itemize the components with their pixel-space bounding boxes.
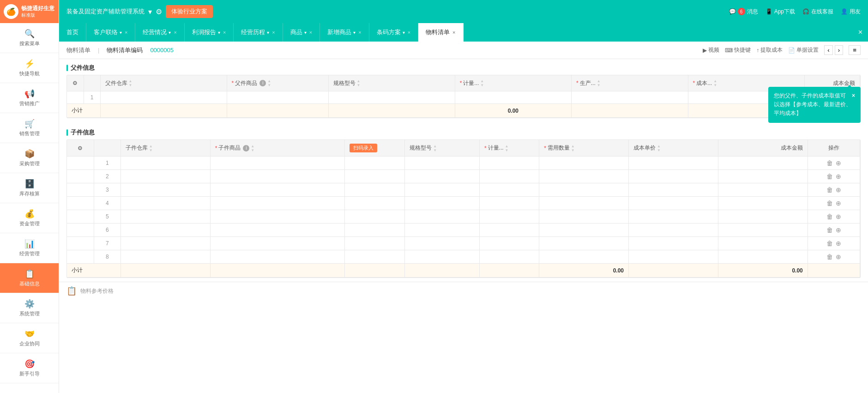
child-goods-cell[interactable] [210, 210, 344, 224]
online-service-action[interactable]: 🎧 在线客服 [802, 8, 833, 16]
child-qty-cell[interactable] [539, 170, 629, 183]
child-goods-cell[interactable] [210, 237, 344, 250]
sidebar-item-sales[interactable]: 🛒 销售管理 [0, 113, 59, 143]
tab-close-icon[interactable]: × [452, 30, 455, 35]
child-unit-cost-cell[interactable] [629, 170, 718, 183]
info-icon[interactable]: i [243, 145, 249, 151]
tab-bom[interactable]: 物料清单 × [418, 23, 463, 42]
parent-warehouse-cell[interactable] [100, 91, 227, 104]
child-warehouse-cell[interactable] [121, 157, 210, 170]
child-spec-cell[interactable] [405, 170, 480, 183]
child-unit-cost-cell[interactable] [629, 250, 718, 264]
sidebar-item-basic[interactable]: 📋 基础信息 [0, 263, 59, 293]
sidebar-item-enterprise[interactable]: 🤝 企业协同 [0, 323, 59, 353]
delete-icon[interactable]: 🗑 [826, 186, 833, 193]
child-warehouse-cell[interactable] [121, 183, 210, 197]
parent-production-cell[interactable] [572, 91, 688, 104]
child-goods-cell[interactable] [210, 197, 344, 210]
sidebar-item-inventory[interactable]: 🗄️ 库存核算 [0, 173, 59, 203]
child-spec-cell[interactable] [405, 224, 480, 237]
delete-icon[interactable]: 🗑 [826, 240, 833, 247]
child-goods-cell[interactable] [210, 170, 344, 183]
tab-customer[interactable]: 客户联络 ▾ × [86, 23, 135, 42]
child-warehouse-cell[interactable] [121, 170, 210, 183]
settings-btn[interactable]: ⚙ [156, 7, 162, 16]
child-spec-cell[interactable] [405, 157, 480, 170]
copy-icon[interactable]: ⊕ [836, 200, 841, 207]
tab-home[interactable]: 首页 [59, 23, 86, 42]
copy-icon[interactable]: ⊕ [836, 173, 841, 180]
tab-close-icon[interactable]: × [223, 30, 226, 35]
delete-icon[interactable]: 🗑 [826, 159, 833, 167]
parent-unit-cell[interactable] [455, 91, 571, 104]
tab-new-goods[interactable]: 新增商品 ▾ × [320, 23, 369, 42]
child-unit-cost-cell[interactable] [629, 210, 718, 224]
child-qty-cell[interactable] [539, 210, 629, 224]
delete-icon[interactable]: 🗑 [826, 226, 833, 234]
next-arrow-btn[interactable]: › [835, 45, 843, 55]
child-unit-cost-cell[interactable] [629, 237, 718, 250]
child-warehouse-cell[interactable] [121, 237, 210, 250]
child-qty-cell[interactable] [539, 157, 629, 170]
tab-close-icon[interactable]: × [272, 30, 275, 35]
delete-icon[interactable]: 🗑 [826, 200, 833, 207]
view-video-action[interactable]: ▶ 视频 [703, 46, 719, 54]
gear-icon[interactable]: ⚙ [72, 80, 78, 86]
child-unit-cell[interactable] [479, 170, 539, 183]
sidebar-item-purchase[interactable]: 📦 采购管理 [0, 143, 59, 173]
parent-spec-cell[interactable] [328, 91, 455, 104]
child-unit-cell[interactable] [479, 224, 539, 237]
close-all-tabs-btn[interactable]: × [853, 28, 868, 36]
child-unit-cell[interactable] [479, 250, 539, 264]
child-goods-cell[interactable] [210, 157, 344, 170]
child-spec-cell[interactable] [405, 197, 480, 210]
child-qty-cell[interactable] [539, 250, 629, 264]
child-unit-cell[interactable] [479, 157, 539, 170]
copy-icon[interactable]: ⊕ [836, 240, 841, 247]
info-icon[interactable]: i [259, 80, 266, 86]
tab-close-icon[interactable]: × [408, 30, 410, 35]
child-qty-cell[interactable] [539, 197, 629, 210]
child-goods-cell[interactable] [210, 250, 344, 264]
child-unit-cell[interactable] [479, 197, 539, 210]
menu-btn[interactable]: ≡ [849, 45, 861, 55]
sidebar-item-guide[interactable]: 🎯 新手引导 [0, 353, 59, 383]
copy-icon[interactable]: ⊕ [836, 159, 841, 167]
sidebar-item-marketing[interactable]: 📢 营销推广 [0, 83, 59, 113]
scan-input-btn[interactable]: 扫码录入 [350, 144, 377, 152]
tab-operation-history[interactable]: 经营历程 ▾ × [234, 23, 283, 42]
delete-icon[interactable]: 🗑 [826, 253, 833, 260]
sidebar-item-finance[interactable]: 💰 资金管理 [0, 203, 59, 233]
user-action[interactable]: 👤 用友 [841, 8, 861, 16]
copy-icon[interactable]: ⊕ [836, 226, 841, 234]
tab-close-icon[interactable]: × [309, 30, 312, 35]
gear-icon[interactable]: ⚙ [78, 145, 83, 151]
child-warehouse-cell[interactable] [121, 197, 210, 210]
parent-goods-cell[interactable] [227, 91, 328, 104]
extract-cost-action[interactable]: ↑ 提取成本 [756, 46, 783, 54]
copy-icon[interactable]: ⊕ [836, 253, 841, 260]
delete-icon[interactable]: 🗑 [826, 173, 833, 180]
system-dropdown-btn[interactable]: ▾ [148, 7, 152, 16]
prev-arrow-btn[interactable]: ‹ [824, 45, 832, 55]
copy-icon[interactable]: ⊕ [836, 213, 841, 220]
tab-profit[interactable]: 利润报告 ▾ × [185, 23, 234, 42]
child-warehouse-cell[interactable] [121, 210, 210, 224]
child-spec-cell[interactable] [405, 183, 480, 197]
child-unit-cell[interactable] [479, 237, 539, 250]
sidebar-item-search[interactable]: 🔍 搜索菜单 [0, 23, 59, 53]
child-unit-cost-cell[interactable] [629, 157, 718, 170]
delete-icon[interactable]: 🗑 [826, 213, 833, 220]
copy-icon[interactable]: ⊕ [836, 186, 841, 193]
child-unit-cost-cell[interactable] [629, 183, 718, 197]
tab-goods[interactable]: 商品 ▾ × [283, 23, 320, 42]
child-qty-cell[interactable] [539, 183, 629, 197]
single-bill-action[interactable]: 📄 单据设置 [788, 46, 819, 54]
message-action[interactable]: 💬 6 消息 [729, 8, 758, 16]
child-qty-cell[interactable] [539, 224, 629, 237]
breadcrumb-bom[interactable]: 物料清单 [66, 46, 90, 54]
shortcut-action[interactable]: ⌨ 快捷键 [725, 46, 751, 54]
tab-close-icon[interactable]: × [125, 30, 127, 35]
child-unit-cell[interactable] [479, 183, 539, 197]
sidebar-item-operation[interactable]: 📊 经营管理 [0, 233, 59, 263]
